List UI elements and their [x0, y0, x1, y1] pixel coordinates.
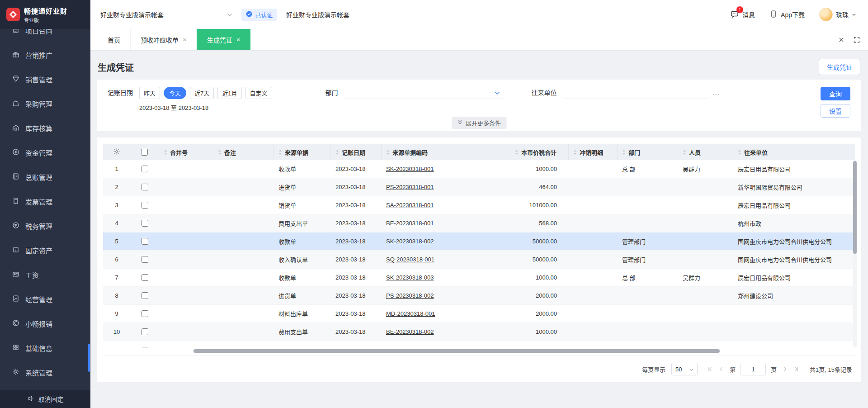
horizontal-scrollbar[interactable]: [103, 349, 855, 356]
last-page-button[interactable]: [793, 366, 799, 372]
row-checkbox[interactable]: [142, 238, 148, 245]
sidebar-item[interactable]: 系统管理: [0, 360, 90, 384]
tab[interactable]: 预收冲应收单×: [130, 29, 197, 50]
partner-input[interactable]: [563, 87, 709, 99]
sidebar-scrollbar[interactable]: [88, 344, 90, 372]
page-input[interactable]: [741, 363, 766, 375]
row-checkbox[interactable]: [142, 274, 148, 281]
source-doc-link[interactable]: BE-20230318-001: [386, 220, 434, 227]
sort-icon[interactable]: [386, 149, 390, 155]
column-header[interactable]: 冲销明细: [569, 144, 618, 160]
app-download-button[interactable]: App下载: [769, 10, 805, 19]
table-row[interactable]: 8进货单2023-03-18PS-20230318-0022000.00郑州建设…: [103, 287, 855, 305]
sort-icon[interactable]: [573, 149, 577, 155]
prev-page-button[interactable]: [718, 366, 725, 372]
sort-icon[interactable]: [164, 149, 167, 155]
sort-icon[interactable]: [622, 149, 626, 155]
sidebar-item[interactable]: 销售管理: [0, 67, 90, 91]
first-page-button[interactable]: [707, 366, 713, 372]
user-menu[interactable]: 珠珠: [819, 8, 856, 21]
column-header[interactable]: 本币价税合计: [478, 144, 569, 160]
tab-close-icon[interactable]: ×: [183, 36, 187, 43]
next-page-button[interactable]: [782, 366, 788, 372]
horizontal-scrollbar-thumb[interactable]: [193, 349, 720, 353]
messages-button[interactable]: 1 消息: [730, 10, 755, 19]
sidebar-item[interactable]: 发票管理: [0, 189, 90, 213]
source-doc-link[interactable]: SK-20230318-001: [386, 166, 434, 172]
per-page-select[interactable]: 50: [671, 363, 698, 375]
sidebar-item[interactable]: 资金管理: [0, 140, 90, 165]
sort-icon[interactable]: [335, 149, 339, 155]
more-options-icon[interactable]: ...: [713, 87, 720, 99]
column-header[interactable]: 人员: [678, 144, 733, 160]
source-doc-link[interactable]: PS-20230318-001: [386, 184, 434, 190]
sidebar-item[interactable]: 税务管理: [0, 213, 90, 238]
date-option[interactable]: 今天: [164, 87, 186, 99]
date-option[interactable]: 自定义: [245, 87, 272, 99]
row-checkbox[interactable]: [142, 166, 148, 172]
sort-icon[interactable]: [738, 149, 741, 155]
settings-button[interactable]: 设置: [821, 104, 850, 118]
fullscreen-icon[interactable]: [854, 37, 860, 43]
sidebar-item[interactable]: 固定资产: [0, 238, 90, 262]
row-checkbox[interactable]: [142, 202, 148, 209]
sidebar-item[interactable]: 小畅报销: [0, 311, 90, 336]
tab[interactable]: 生成凭证×: [197, 29, 250, 50]
date-option[interactable]: 昨天: [139, 87, 160, 99]
source-doc-link[interactable]: BE-20230318-002: [386, 328, 434, 335]
row-checkbox[interactable]: [142, 292, 148, 299]
account-book-select[interactable]: 好业财专业版演示帐套: [100, 10, 232, 19]
table-row[interactable]: 5收款单2023-03-18SK-20230318-00250000.00管理部…: [103, 232, 855, 251]
date-option[interactable]: 近1月: [217, 87, 241, 99]
table-row[interactable]: 9材料出库单2023-03-18MD-20230318-0012000.00: [103, 305, 855, 323]
sort-icon[interactable]: [218, 149, 222, 155]
column-settings-button[interactable]: [103, 144, 130, 160]
close-tabs-icon[interactable]: [838, 37, 844, 43]
column-header[interactable]: 记账日期: [331, 144, 382, 160]
tab-close-icon[interactable]: ×: [236, 36, 241, 43]
department-select[interactable]: [344, 87, 503, 99]
row-checkbox[interactable]: [142, 256, 148, 263]
table-row[interactable]: 6收入确认单2023-03-18SQ-20230318-00150000.00管…: [103, 251, 855, 269]
sidebar-item[interactable]: 工资: [0, 262, 90, 287]
source-doc-link[interactable]: PS-20230318-002: [386, 292, 434, 299]
row-checkbox[interactable]: [142, 184, 148, 190]
sidebar-item[interactable]: 总账管理: [0, 165, 90, 189]
expand-more-button[interactable]: 展开更多条件: [452, 117, 506, 129]
source-doc-link[interactable]: SA-20230318-001: [386, 202, 434, 209]
row-checkbox[interactable]: [142, 347, 148, 348]
generate-voucher-button[interactable]: 生成凭证: [819, 59, 860, 75]
sidebar-item[interactable]: 基础信息: [0, 336, 90, 360]
column-header[interactable]: 部门: [618, 144, 678, 160]
table-row[interactable]: 1收款单2023-03-18SK-20230318-0011000.00总 部吴…: [103, 160, 855, 178]
source-doc-link[interactable]: SK-20230318-003: [386, 274, 434, 281]
column-header[interactable]: 来源单据: [274, 144, 331, 160]
sidebar-item[interactable]: 营销推广: [0, 43, 90, 67]
table-row[interactable]: 10费用支出单2023-03-18BE-20230318-0021000.00: [103, 323, 855, 341]
row-checkbox[interactable]: [142, 328, 148, 335]
sidebar-item[interactable]: 经营管理: [0, 287, 90, 311]
sort-icon[interactable]: [515, 149, 519, 155]
date-range-text[interactable]: 2023-03-18 至 2023-03-18: [139, 103, 272, 112]
column-header[interactable]: 来源单据编码: [382, 144, 478, 160]
sort-icon[interactable]: [683, 149, 686, 155]
search-button[interactable]: 查询: [821, 87, 850, 100]
source-doc-link[interactable]: MD-20230318-001: [386, 310, 435, 317]
row-checkbox[interactable]: [142, 310, 148, 317]
source-doc-link[interactable]: SK-20230318-002: [386, 238, 434, 245]
sort-icon[interactable]: [278, 149, 282, 155]
date-option[interactable]: 近7天: [190, 87, 214, 99]
row-checkbox[interactable]: [142, 220, 148, 227]
source-doc-link[interactable]: SQ-20230318-001: [386, 256, 434, 263]
tab[interactable]: 首页: [98, 29, 130, 50]
sidebar-item[interactable]: 库存核算: [0, 116, 90, 140]
column-header[interactable]: 备注: [213, 144, 274, 160]
column-header[interactable]: 合并号: [159, 144, 213, 160]
vertical-scrollbar-thumb[interactable]: [853, 161, 857, 254]
table-row[interactable]: 2进货单2023-03-18PS-20230318-001464.00新华明国际…: [103, 178, 855, 196]
unpin-button[interactable]: 取消固定: [0, 390, 90, 408]
select-all-checkbox[interactable]: [141, 149, 148, 156]
table-row[interactable]: 4费用支出单2023-03-18BE-20230318-001568.00杭州市…: [103, 214, 855, 232]
column-header[interactable]: 往来单位: [733, 144, 855, 160]
table-row[interactable]: 7收款单2023-03-18SK-20230318-0031000.00总 部吴…: [103, 269, 855, 287]
